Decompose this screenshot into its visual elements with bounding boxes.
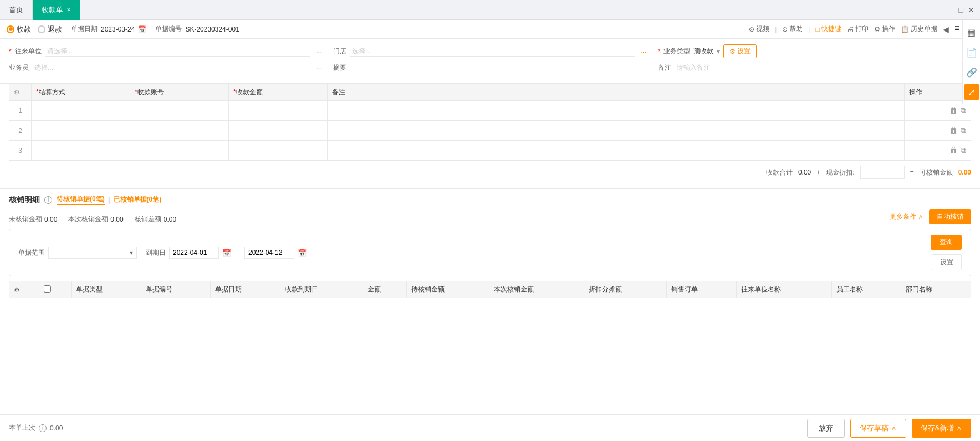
bottom-table-gear-icon[interactable]: ⚙ — [14, 286, 20, 294]
business-type-dropdown[interactable]: ▾ — [717, 48, 720, 55]
note-3[interactable] — [327, 141, 904, 161]
row-num-3: 3 — [9, 141, 32, 161]
side-document-icon[interactable]: 📄 — [964, 44, 979, 60]
nav-arrows: ◀ — [943, 25, 949, 34]
account-number-3[interactable] — [130, 141, 228, 161]
prev-arrow[interactable]: ◀ — [943, 25, 949, 34]
receipt-table: ⚙ *结算方式 *收款账号 *收款金额 备注 操作 1 — [9, 84, 971, 161]
copy-row-3-icon[interactable]: ⧉ — [961, 146, 966, 155]
discard-btn[interactable]: 放弃 — [807, 419, 845, 438]
maximize-button[interactable]: □ — [959, 6, 963, 14]
copy-row-2-icon[interactable]: ⧉ — [961, 126, 966, 135]
discount-input[interactable] — [860, 166, 905, 179]
date-start-input[interactable] — [169, 247, 219, 259]
close-button[interactable]: ✕ — [968, 6, 974, 14]
note-2[interactable] — [327, 121, 904, 141]
action-3: 🗑 ⧉ — [904, 141, 971, 161]
side-table-icon[interactable]: ▦ — [964, 24, 979, 40]
delete-row-2-icon[interactable]: 🗑 — [950, 126, 957, 135]
store-more-btn[interactable]: ··· — [640, 47, 647, 56]
verification-tabs: 待核销单据(0笔) | 已核销单据(0笔) — [57, 194, 161, 205]
pending-tab[interactable]: 待核销单据(0笔) — [57, 194, 105, 205]
this-upper-label: 本单上次 — [9, 423, 35, 433]
bcol-doc-type: 单据类型 — [72, 281, 141, 298]
doc-number-value: SK-20230324-001 — [185, 25, 239, 33]
list-view-icon[interactable]: ≡ — [955, 23, 959, 35]
print-btn[interactable]: 🖨 打印 — [847, 24, 869, 34]
shortcut-btn[interactable]: □ 快捷键 — [815, 24, 841, 34]
verification-info-icon[interactable]: i — [44, 196, 52, 204]
payment-method-3[interactable] — [32, 141, 130, 161]
note-field: 备注 — [658, 63, 971, 73]
counterpart-label: 往来单位 — [15, 47, 42, 56]
end-cal-icon[interactable]: 📅 — [298, 249, 307, 257]
bcol-discount: 折扣分摊额 — [584, 281, 667, 298]
save-btn[interactable]: 保存&新增 ∧ — [912, 419, 971, 438]
payment-method-2[interactable] — [32, 121, 130, 141]
unchecked-label: 未核销金额 — [9, 214, 42, 224]
help-btn[interactable]: ⊙ 帮助 — [782, 24, 803, 34]
start-cal-icon[interactable]: 📅 — [222, 249, 231, 257]
account-number-1[interactable] — [130, 101, 228, 121]
footer-value: 0.00 — [50, 424, 63, 432]
amount-1[interactable] — [228, 101, 327, 121]
draft-btn[interactable]: 保存草稿 ∧ — [850, 419, 906, 438]
calendar-icon[interactable]: 📅 — [138, 25, 146, 33]
total-label: 收款合计 — [766, 168, 793, 177]
video-btn[interactable]: ⊙ 视频 — [749, 24, 769, 34]
receipt-radio[interactable]: 收款 — [7, 24, 31, 34]
range-select[interactable]: ▾ — [48, 247, 137, 259]
tab-close-icon[interactable]: ✕ — [67, 7, 71, 13]
note-input[interactable] — [675, 63, 971, 73]
sep1: | — [775, 25, 777, 33]
operation-btn[interactable]: ⚙ 操作 — [874, 24, 895, 34]
filter-row: 更多条件 ∧ 自动核销 — [890, 209, 971, 224]
tab-bar: 首页 收款单 ✕ — □ ✕ — [0, 0, 980, 20]
range-dropdown-icon: ▾ — [130, 249, 133, 257]
more-conditions-btn[interactable]: 更多条件 ∧ — [890, 212, 923, 222]
refund-radio[interactable]: 退款 — [38, 24, 62, 34]
note-1[interactable] — [327, 101, 904, 121]
amount-2[interactable] — [228, 121, 327, 141]
refund-radio-circle — [38, 25, 45, 33]
filter-settings-btn[interactable]: 设置 — [932, 254, 962, 270]
side-expand-icon[interactable]: ⤢ — [964, 84, 979, 100]
account-number-2[interactable] — [130, 121, 228, 141]
settings-btn[interactable]: ⚙ 设置 — [723, 44, 757, 58]
footer: 本单上次 i 0.00 放弃 保存草稿 ∧ 保存&新增 ∧ — [0, 414, 980, 441]
sep2: | — [808, 25, 810, 33]
counterpart-more-btn[interactable]: ··· — [316, 47, 323, 56]
amount-3[interactable] — [228, 141, 327, 161]
counterpart-input[interactable] — [45, 46, 310, 57]
select-all-checkbox[interactable] — [44, 285, 51, 293]
receipt-radio-circle — [7, 25, 14, 33]
tab-receipt[interactable]: 收款单 ✕ — [33, 0, 80, 20]
date-end-input[interactable] — [244, 247, 294, 259]
minimize-button[interactable]: — — [947, 6, 955, 14]
done-tab[interactable]: 已核销单据(0笔) — [114, 195, 162, 204]
this-value: 0.00 — [110, 216, 123, 223]
diff-label: 核销差额 — [135, 214, 161, 224]
table-section: ⚙ *结算方式 *收款账号 *收款金额 备注 操作 1 — [0, 84, 980, 161]
history-btn[interactable]: 📋 历史单据 — [901, 24, 937, 34]
side-link-icon[interactable]: 🔗 — [964, 64, 979, 80]
copy-row-1-icon[interactable]: ⧉ — [961, 106, 966, 115]
store-input[interactable] — [350, 46, 635, 57]
query-btn[interactable]: 查询 — [931, 235, 962, 250]
tab-divider: | — [108, 196, 110, 204]
footer-info-icon[interactable]: i — [39, 424, 47, 432]
counterpart-field: * 往来单位 ··· — [9, 46, 322, 57]
this-label: 本次核销金额 — [68, 214, 108, 224]
staff-input[interactable] — [32, 63, 310, 73]
tab-home[interactable]: 首页 — [0, 0, 33, 20]
table-settings-icon[interactable]: ⚙ — [14, 89, 20, 96]
summary-input[interactable] — [350, 63, 646, 73]
delete-row-1-icon[interactable]: 🗑 — [950, 106, 957, 115]
delete-row-3-icon[interactable]: 🗑 — [950, 146, 957, 155]
doc-number-field: 单据编号 SK-20230324-001 — [155, 24, 239, 34]
business-type-label: 业务类型 — [663, 47, 690, 56]
payment-method-1[interactable] — [32, 101, 130, 121]
note-label: 备注 — [658, 63, 671, 73]
staff-more-btn[interactable]: ··· — [316, 64, 323, 73]
auto-verify-btn[interactable]: 自动核销 — [929, 209, 971, 224]
